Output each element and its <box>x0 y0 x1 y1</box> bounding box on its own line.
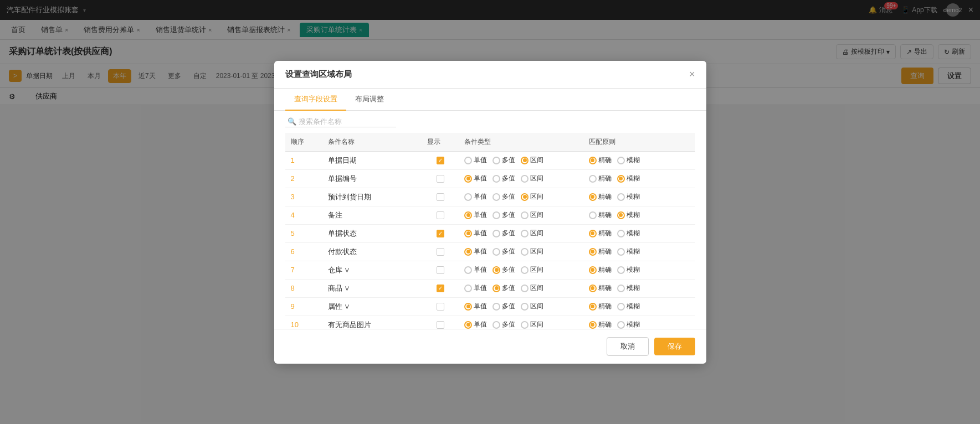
radio-circle <box>521 211 529 219</box>
type-radio-item[interactable]: 区间 <box>521 174 543 183</box>
match-radio-item[interactable]: 精确 <box>589 192 612 201</box>
type-radio-item[interactable]: 单值 <box>464 210 487 220</box>
match-radio-item[interactable]: 模糊 <box>617 320 640 329</box>
match-radio-item[interactable]: 精确 <box>589 174 612 183</box>
match-radio-group: 精确模糊 <box>589 156 690 165</box>
match-radio-item[interactable]: 模糊 <box>617 156 640 165</box>
row-name: 单据编号 <box>322 169 422 188</box>
match-radio-item[interactable]: 精确 <box>589 302 612 311</box>
row-type-cell: 单值多值区间 <box>459 242 583 261</box>
radio-circle <box>464 285 472 292</box>
match-radio-item[interactable]: 模糊 <box>617 174 640 183</box>
th-display: 显示 <box>422 133 459 152</box>
type-radio-item[interactable]: 多值 <box>492 174 515 183</box>
type-radio-item[interactable]: 单值 <box>464 265 487 275</box>
order-number: 2 <box>291 174 295 183</box>
type-radio-item[interactable]: 单值 <box>464 283 487 293</box>
match-radio-item[interactable]: 精确 <box>589 229 612 238</box>
type-radio-item[interactable]: 多值 <box>492 265 515 275</box>
type-radio-item[interactable]: 多值 <box>492 320 515 329</box>
tab-query-settings[interactable]: 查询字段设置 <box>285 89 346 111</box>
type-radio-item[interactable]: 单值 <box>464 229 487 238</box>
match-radio-item[interactable]: 模糊 <box>617 247 640 256</box>
match-radio-item[interactable]: 模糊 <box>617 210 640 220</box>
radio-circle <box>589 211 597 219</box>
type-radio-item[interactable]: 区间 <box>521 210 543 220</box>
display-checkbox[interactable] <box>437 211 444 219</box>
radio-label: 模糊 <box>627 302 640 311</box>
display-checkbox[interactable] <box>437 193 444 201</box>
radio-label: 区间 <box>530 320 543 329</box>
radio-label: 多值 <box>502 156 515 165</box>
type-radio-item[interactable]: 区间 <box>521 229 543 238</box>
radio-label: 多值 <box>502 283 515 293</box>
row-order: 5 <box>285 224 322 242</box>
type-radio-item[interactable]: 多值 <box>492 247 515 256</box>
type-radio-item[interactable]: 区间 <box>521 247 543 256</box>
match-radio-item[interactable]: 精确 <box>589 320 612 329</box>
radio-label: 模糊 <box>627 229 640 238</box>
type-radio-item[interactable]: 单值 <box>464 320 487 329</box>
type-radio-item[interactable]: 区间 <box>521 320 543 329</box>
radio-circle <box>464 303 472 311</box>
row-name: 属性 ∨ <box>322 297 422 316</box>
display-checkbox[interactable] <box>437 321 444 329</box>
row-type-cell: 单值多值区间 <box>459 188 583 206</box>
type-radio-item[interactable]: 单值 <box>464 302 487 311</box>
match-radio-item[interactable]: 模糊 <box>617 192 640 201</box>
type-radio-item[interactable]: 多值 <box>492 302 515 311</box>
display-checkbox[interactable] <box>437 157 444 164</box>
match-radio-item[interactable]: 模糊 <box>617 302 640 311</box>
match-radio-item[interactable]: 精确 <box>589 265 612 275</box>
match-radio-item[interactable]: 模糊 <box>617 265 640 275</box>
table-row: 9属性 ∨单值多值区间精确模糊 <box>285 297 695 316</box>
dialog-close-button[interactable]: × <box>689 69 695 80</box>
type-radio-item[interactable]: 多值 <box>492 156 515 165</box>
type-radio-item[interactable]: 单值 <box>464 156 487 165</box>
radio-label: 模糊 <box>627 174 640 183</box>
display-checkbox[interactable] <box>437 285 444 292</box>
type-radio-item[interactable]: 单值 <box>464 192 487 201</box>
match-radio-item[interactable]: 精确 <box>589 156 612 165</box>
radio-circle <box>464 230 472 237</box>
type-radio-item[interactable]: 多值 <box>492 283 515 293</box>
condition-table-body: 1单据日期单值多值区间精确模糊2单据编号单值多值区间精确模糊3预计到货日期单值多… <box>285 152 695 329</box>
save-button[interactable]: 保存 <box>654 338 695 355</box>
row-match-cell: 精确模糊 <box>583 297 695 316</box>
type-radio-item[interactable]: 区间 <box>521 302 543 311</box>
row-name: 备注 <box>322 206 422 224</box>
match-radio-item[interactable]: 精确 <box>589 247 612 256</box>
match-radio-item[interactable]: 模糊 <box>617 229 640 238</box>
display-checkbox[interactable] <box>437 248 444 256</box>
type-radio-item[interactable]: 多值 <box>492 229 515 238</box>
type-radio-group: 单值多值区间 <box>464 174 577 183</box>
type-radio-item[interactable]: 多值 <box>492 192 515 201</box>
order-number: 6 <box>291 247 295 256</box>
tab-layout-adjust[interactable]: 布局调整 <box>346 89 393 111</box>
radio-circle <box>492 285 500 292</box>
row-order: 2 <box>285 169 322 188</box>
radio-label: 精确 <box>598 265 612 275</box>
type-radio-item[interactable]: 单值 <box>464 174 487 183</box>
type-radio-item[interactable]: 区间 <box>521 192 543 201</box>
search-input[interactable] <box>299 117 394 126</box>
display-checkbox[interactable] <box>437 230 444 237</box>
display-checkbox[interactable] <box>437 266 444 274</box>
type-radio-item[interactable]: 区间 <box>521 283 543 293</box>
type-radio-item[interactable]: 多值 <box>492 210 515 220</box>
row-display-checkbox-cell <box>422 279 459 297</box>
radio-label: 多值 <box>502 320 515 329</box>
cancel-button[interactable]: 取消 <box>607 337 649 356</box>
row-display-checkbox-cell <box>422 206 459 224</box>
radio-label: 精确 <box>598 192 612 201</box>
match-radio-item[interactable]: 精确 <box>589 210 612 220</box>
match-radio-item[interactable]: 模糊 <box>617 283 640 293</box>
display-checkbox[interactable] <box>437 175 444 183</box>
type-radio-item[interactable]: 单值 <box>464 247 487 256</box>
row-order: 7 <box>285 261 322 279</box>
type-radio-item[interactable]: 区间 <box>521 265 543 275</box>
display-checkbox[interactable] <box>437 303 444 311</box>
type-radio-item[interactable]: 区间 <box>521 156 543 165</box>
radio-circle <box>521 175 529 183</box>
match-radio-item[interactable]: 精确 <box>589 283 612 293</box>
